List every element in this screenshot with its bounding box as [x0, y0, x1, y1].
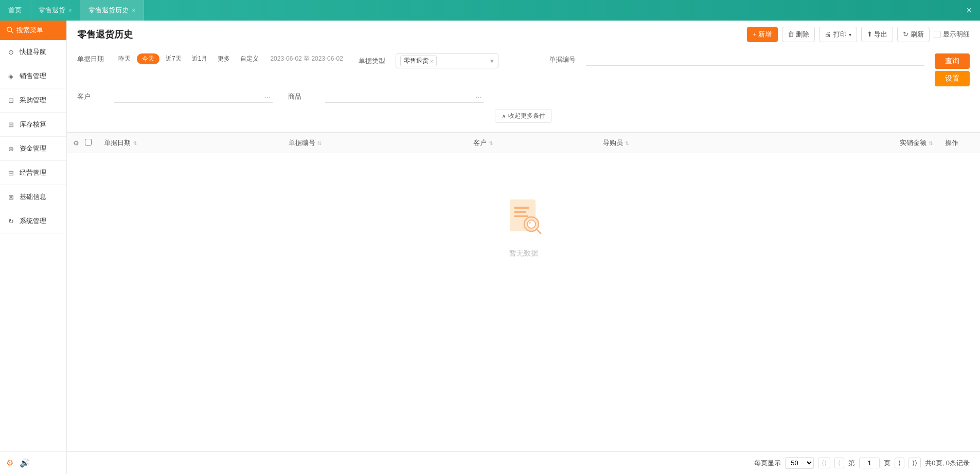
date-btn-yesterday[interactable]: 昨天 — [114, 53, 135, 64]
top-bar: 首页 零售退货 × 零售退货历史 × × — [0, 0, 980, 21]
date-btn-custom[interactable]: 自定义 — [236, 53, 263, 64]
collapse-icon: ∧ — [502, 113, 506, 120]
tab-retail-return-history[interactable]: 零售退货历史 × — [80, 0, 144, 21]
goods-dots-icon[interactable]: ··· — [475, 93, 482, 101]
th-customer: 客户 ⇅ — [467, 133, 597, 153]
empty-state: 暂无数据 — [67, 153, 980, 299]
volume-icon[interactable]: 🔊 — [20, 458, 30, 468]
page-header: 零售退货历史 + 新增 🗑 删除 🖨 打印 ▾ ⬆ 导出 ↻ 刷新 显示明细 — [67, 21, 980, 133]
svg-rect-3 — [514, 207, 529, 209]
th-amount: 实销金额 ⇅ — [754, 133, 939, 153]
th-guide: 导购员 ⇅ — [597, 133, 754, 153]
date-btn-more[interactable]: 更多 — [213, 53, 234, 64]
finance-icon: ⊛ — [6, 144, 15, 153]
collapse-filter-button[interactable]: ∧ 收起更多条件 — [495, 109, 552, 123]
show-detail-toggle[interactable]: 显示明细 — [934, 30, 970, 39]
date-btn-today[interactable]: 今天 — [137, 53, 159, 64]
sort-amount-icon[interactable]: ⇅ — [929, 140, 933, 146]
print-arrow-icon: ▾ — [849, 32, 851, 38]
page-number-input[interactable] — [859, 458, 880, 468]
total-label: 共0页, 0条记录 — [925, 459, 970, 468]
tab-retail-return-history-close[interactable]: × — [132, 7, 135, 13]
sidebar-item-sales[interactable]: ◈ 销售管理 — [0, 64, 66, 88]
bill-type-select[interactable]: 零售退货 × ▾ — [396, 53, 498, 68]
tab-home[interactable]: 首页 — [0, 0, 30, 21]
th-action: 操作 — [939, 133, 980, 153]
customer-input[interactable] — [114, 90, 273, 103]
search-icon — [6, 26, 13, 35]
inventory-icon: ⊟ — [6, 120, 15, 129]
sidebar-item-quick-nav[interactable]: ⊙ 快捷导航 — [0, 40, 66, 64]
sidebar-item-basic-info[interactable]: ⊠ 基础信息 — [0, 185, 66, 209]
new-button[interactable]: + 新增 — [747, 27, 777, 42]
show-detail-checkbox[interactable] — [934, 31, 941, 38]
query-button[interactable]: 查询 — [935, 53, 970, 69]
page-last-button[interactable]: ⟩⟩ — [908, 458, 921, 468]
bill-num-input[interactable] — [586, 53, 924, 66]
date-filter-buttons: 昨天 今天 近7天 近1月 更多 自定义 — [114, 53, 263, 64]
per-page-label: 每页显示 — [754, 459, 781, 468]
goods-label: 商品 — [288, 92, 319, 101]
date-filter-label: 单据日期 — [77, 54, 108, 64]
sidebar-item-finance[interactable]: ⊛ 资金管理 — [0, 137, 66, 161]
goods-input[interactable] — [325, 90, 484, 103]
export-button[interactable]: ⬆ 导出 — [861, 27, 894, 42]
date-btn-1month[interactable]: 近1月 — [188, 53, 212, 64]
business-icon: ⊞ — [6, 168, 15, 177]
bill-type-tag-close[interactable]: × — [430, 58, 433, 64]
select-all-checkbox[interactable] — [85, 139, 92, 145]
data-table: ⚙ 单据日期 ⇅ 单据编号 ⇅ — [67, 133, 980, 299]
svg-rect-4 — [514, 211, 526, 213]
sort-guide-icon[interactable]: ⇅ — [625, 140, 629, 146]
sidebar-item-purchase[interactable]: ⊡ 采购管理 — [0, 88, 66, 113]
setting-button[interactable]: 设置 — [935, 71, 970, 86]
print-button[interactable]: 🖨 打印 ▾ — [819, 27, 857, 42]
th-bill-num: 单据编号 ⇅ — [282, 133, 467, 153]
page-label: 第 — [848, 459, 855, 468]
page-next-button[interactable]: ⟩ — [895, 458, 904, 468]
sidebar-item-inventory[interactable]: ⊟ 库存核算 — [0, 113, 66, 137]
sidebar: 搜索菜单 ⊙ 快捷导航 ◈ 销售管理 ⊡ 采购管理 ⊟ 库存核算 ⊛ 资金管理 … — [0, 21, 67, 474]
tab-list: 首页 零售退货 × 零售退货历史 × — [0, 0, 958, 21]
bill-type-tag: 零售退货 × — [400, 56, 437, 66]
svg-rect-5 — [514, 215, 528, 217]
customer-dots-icon[interactable]: ··· — [264, 93, 271, 101]
table-body: 暂无数据 — [67, 153, 980, 300]
toolbar: + 新增 🗑 删除 🖨 打印 ▾ ⬆ 导出 ↻ 刷新 显示明细 — [747, 27, 970, 42]
page-prev-button[interactable]: ⟨ — [834, 458, 844, 468]
per-page-select[interactable]: 20 50 100 — [785, 457, 814, 469]
sidebar-search[interactable]: 搜索菜单 — [0, 21, 66, 40]
window-close-button[interactable]: × — [958, 5, 980, 16]
svg-point-9 — [529, 222, 531, 224]
table-settings-icon[interactable]: ⚙ — [73, 139, 79, 147]
page-first-button[interactable]: ⟨⟨ — [818, 458, 830, 468]
th-date: 单据日期 ⇅ — [98, 133, 282, 153]
page-title-row: 零售退货历史 + 新增 🗑 删除 🖨 打印 ▾ ⬆ 导出 ↻ 刷新 显示明细 — [77, 27, 970, 42]
th-checkbox: ⚙ — [67, 133, 98, 153]
tab-retail-return[interactable]: 零售退货 × — [30, 0, 80, 21]
goods-input-wrap: ··· — [325, 90, 484, 103]
svg-line-1 — [11, 31, 13, 33]
delete-button[interactable]: 🗑 删除 — [782, 27, 815, 42]
customer-label: 客户 — [77, 92, 108, 101]
date-range: 2023-06-02 至 2023-06-02 — [270, 54, 343, 63]
date-btn-7days[interactable]: 近7天 — [162, 53, 186, 64]
gear-icon[interactable]: ⚙ — [6, 458, 13, 468]
main-content: 零售退货历史 + 新增 🗑 删除 🖨 打印 ▾ ⬆ 导出 ↻ 刷新 显示明细 — [67, 21, 980, 474]
sort-billnum-icon[interactable]: ⇅ — [317, 140, 322, 146]
home-icon: ⊙ — [6, 47, 15, 57]
sidebar-item-business[interactable]: ⊞ 经营管理 — [0, 161, 66, 185]
sidebar-item-system[interactable]: ↻ 系统管理 — [0, 209, 66, 233]
pagination-bar: 每页显示 20 50 100 ⟨⟨ ⟨ 第 页 ⟩ ⟩⟩ 共0页, 0条记录 — [67, 451, 980, 474]
svg-point-7 — [527, 220, 536, 228]
refresh-button[interactable]: ↻ 刷新 — [897, 27, 930, 42]
table-wrap: ⚙ 单据日期 ⇅ 单据编号 ⇅ — [67, 133, 980, 451]
empty-icon — [501, 194, 547, 241]
purchase-icon: ⊡ — [6, 96, 15, 105]
sort-date-icon[interactable]: ⇅ — [133, 140, 137, 146]
tab-retail-return-close[interactable]: × — [68, 7, 72, 13]
page-title: 零售退货历史 — [77, 28, 133, 41]
sort-customer-icon[interactable]: ⇅ — [489, 140, 493, 146]
system-icon: ↻ — [6, 216, 15, 226]
svg-line-8 — [537, 229, 541, 233]
